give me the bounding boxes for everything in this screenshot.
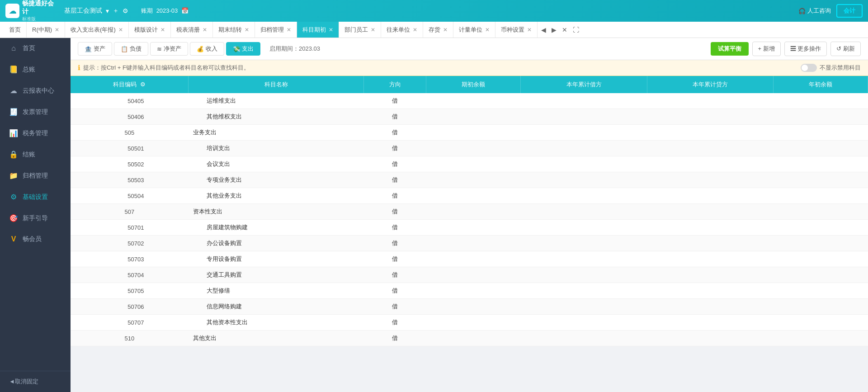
tab-close-template[interactable]: ✕ xyxy=(160,27,165,33)
tab-close-period-end[interactable]: ✕ xyxy=(245,27,249,33)
sidebar-item-ledger[interactable]: 📒 总账 xyxy=(0,59,71,80)
account-button[interactable]: 会计 xyxy=(836,4,863,18)
tab-close-annual[interactable]: ✕ xyxy=(118,27,123,33)
sidebar-item-home[interactable]: ⌂ 首页 xyxy=(0,38,71,59)
tab-counterpart[interactable]: 往来单位 ✕ xyxy=(381,22,423,38)
tab-period-end[interactable]: 期末结转 ✕ xyxy=(213,22,255,38)
cell-ytd-debit xyxy=(521,109,647,125)
table-row[interactable]: 50405 运维维支出 借 xyxy=(71,93,868,109)
table-header-row: 科目编码 ⚙ 科目名称 方向 期初余额 本年累计借方 本年累计贷方 年初余额 xyxy=(71,76,868,93)
tab-nav-left[interactable]: ◀ xyxy=(539,26,548,33)
tab-archive[interactable]: 归档管理 ✕ xyxy=(255,22,297,38)
table-row[interactable]: 50707 其他资本性支出 借 xyxy=(71,315,868,331)
cell-direction: 借 xyxy=(364,299,426,315)
refresh-icon: ↺ xyxy=(836,45,841,52)
table-row[interactable]: 50703 专用设备购置 借 xyxy=(71,251,868,267)
add-btn[interactable]: + 新增 xyxy=(752,42,781,56)
sidebar-item-cloud-report[interactable]: ☁ 云报表中心 xyxy=(0,80,71,101)
cell-ytd-debit xyxy=(521,236,647,251)
refresh-btn[interactable]: ↺ 刷新 xyxy=(830,42,861,56)
cell-ytd-credit xyxy=(647,188,773,204)
table-body: 50405 运维维支出 借 50406 其他维权支出 借 505 业务支出 借 … xyxy=(71,93,868,346)
more-btn[interactable]: ☰ 更多操作 xyxy=(784,42,827,56)
sidebar-item-invoice[interactable]: 🧾 发票管理 xyxy=(0,101,71,123)
col-header-direction: 方向 xyxy=(364,76,426,93)
cell-name: 其他业务支出 xyxy=(189,188,364,204)
table-row[interactable]: 50701 房屋建筑物购建 借 xyxy=(71,220,868,236)
logo-icon: ☁ xyxy=(5,4,19,18)
add-tab-btn[interactable]: ＋ xyxy=(113,7,119,15)
tab-unit[interactable]: 计量单位 ✕ xyxy=(453,22,495,38)
tab-close-inventory[interactable]: ✕ xyxy=(443,27,448,33)
calculate-balance-btn[interactable]: 试算平衡 xyxy=(711,42,749,56)
table-row[interactable]: 50406 其他维权支出 借 xyxy=(71,109,868,125)
company-name[interactable]: 基层工会测试 xyxy=(64,7,102,15)
tab-home[interactable]: 首页 xyxy=(4,22,27,38)
tab-dept[interactable]: 部门员工 ✕ xyxy=(339,22,381,38)
table-row[interactable]: 50702 办公设备购置 借 xyxy=(71,236,868,251)
tab-close-counterpart[interactable]: ✕ xyxy=(413,27,417,33)
table-row[interactable]: 50705 大型修缮 借 xyxy=(71,283,868,299)
table-row[interactable]: 50502 会议支出 借 xyxy=(71,156,868,172)
period-info: 账期 2023-03 📅 xyxy=(141,7,189,15)
company-dropdown-icon[interactable]: ▾ xyxy=(106,7,109,14)
sidebar-collapse-btn[interactable]: ◄取消固定 xyxy=(0,371,71,392)
table-row[interactable]: 50503 专项业务支出 借 xyxy=(71,172,868,188)
sidebar-item-close[interactable]: 🔒 结账 xyxy=(0,144,71,165)
tab-inventory[interactable]: 存货 ✕ xyxy=(423,22,453,38)
cell-period-balance xyxy=(426,141,521,156)
customer-service-btn[interactable]: 🎧 人工咨询 xyxy=(798,7,831,15)
table-row[interactable]: 50706 信息网络购建 借 xyxy=(71,299,868,315)
cell-ytd-debit xyxy=(521,220,647,236)
table-row[interactable]: 505 业务支出 借 xyxy=(71,125,868,141)
sub-tab-expense[interactable]: 💸 支出 xyxy=(226,42,260,56)
cell-ytd-debit xyxy=(521,188,647,204)
tab-template[interactable]: 模版设计 ✕ xyxy=(129,22,171,38)
table-row[interactable]: 50704 交通工具购置 借 xyxy=(71,267,868,283)
tab-close-currency[interactable]: ✕ xyxy=(527,27,532,33)
cell-code: 50406 xyxy=(71,109,189,125)
tab-nav-right[interactable]: ▶ xyxy=(550,26,558,33)
tab-close-dept[interactable]: ✕ xyxy=(371,27,375,33)
sidebar-item-guide[interactable]: 🎯 新手引导 xyxy=(0,208,71,229)
tab-close-subject-init[interactable]: ✕ xyxy=(329,27,333,33)
tab-expand[interactable]: ⛶ xyxy=(571,26,581,33)
tab-close-all[interactable]: ✕ xyxy=(560,26,569,33)
tab-close-mid-report[interactable]: ✕ xyxy=(55,27,59,33)
tab-mid-report[interactable]: R(中期) ✕ xyxy=(27,22,65,38)
cell-period-balance xyxy=(426,109,521,125)
sub-tab-income[interactable]: 💰 收入 xyxy=(190,42,224,56)
sidebar-item-member[interactable]: V 畅会员 xyxy=(0,229,71,250)
disable-toggle[interactable] xyxy=(801,64,817,72)
sidebar-item-archive[interactable]: 📁 归档管理 xyxy=(0,165,71,186)
tab-currency[interactable]: 币种设置 ✕ xyxy=(495,22,538,38)
table-row[interactable]: 50501 培训支出 借 xyxy=(71,141,868,156)
tab-close-archive[interactable]: ✕ xyxy=(287,27,291,33)
cell-code: 50503 xyxy=(71,172,189,188)
table-row[interactable]: 507 资本性支出 借 xyxy=(71,204,868,220)
sub-tab-net-asset[interactable]: ≋ 净资产 xyxy=(150,42,188,56)
tab-tax[interactable]: 税表清册 ✕ xyxy=(171,22,213,38)
calendar-icon[interactable]: 📅 xyxy=(181,7,189,14)
cell-ytd-credit xyxy=(647,283,773,299)
main-layout: ⌂ 首页 📒 总账 ☁ 云报表中心 🧾 发票管理 📊 税务管理 🔒 结账 📁 归… xyxy=(0,38,868,392)
sub-tab-liability[interactable]: 📋 负债 xyxy=(114,42,148,56)
tab-subject-init[interactable]: 科目期初 ✕ xyxy=(297,22,339,38)
cell-ytd-credit xyxy=(647,109,773,125)
col-header-period-balance: 期初余额 xyxy=(426,76,521,93)
sub-tab-asset[interactable]: 🏦 资产 xyxy=(78,42,112,56)
table-row[interactable]: 510 其他支出 借 xyxy=(71,331,868,346)
sidebar-item-tax[interactable]: 📊 税务管理 xyxy=(0,123,71,144)
settings-icon[interactable]: ⚙ xyxy=(123,7,128,14)
col-settings-icon[interactable]: ⚙ xyxy=(140,81,146,88)
cell-code: 50703 xyxy=(71,251,189,267)
cell-name: 资本性支出 xyxy=(189,204,364,220)
tab-close-tax[interactable]: ✕ xyxy=(203,27,207,33)
tab-annual[interactable]: 收入支出表(年报) ✕ xyxy=(65,22,129,38)
cell-name: 大型修缮 xyxy=(189,283,364,299)
tax-icon: 📊 xyxy=(9,129,18,137)
sidebar-item-basic[interactable]: ⚙ 基础设置 xyxy=(0,186,71,208)
table-row[interactable]: 50504 其他业务支出 借 xyxy=(71,188,868,204)
tab-close-unit[interactable]: ✕ xyxy=(485,27,490,33)
toggle-label: 不显示禁用科目 xyxy=(820,64,861,72)
